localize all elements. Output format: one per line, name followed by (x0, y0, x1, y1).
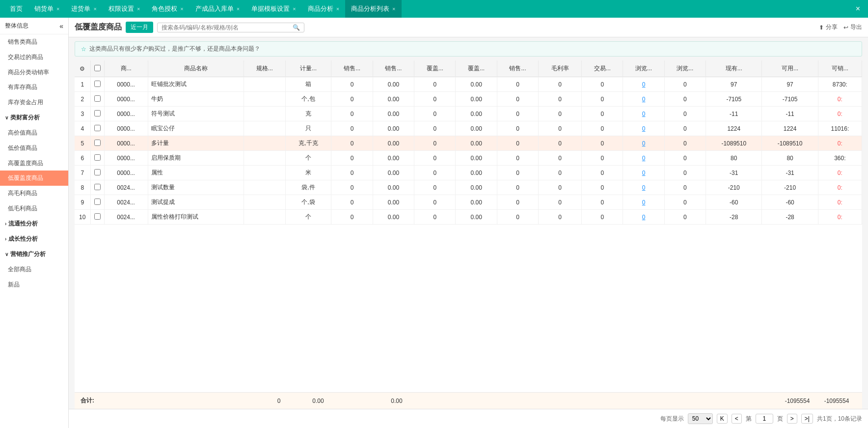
row-sales-qty: 0 (331, 151, 373, 166)
col-name[interactable]: 商品名称 (148, 60, 244, 77)
nav-template-close[interactable]: × (293, 6, 296, 12)
row-browse1[interactable]: 0 (623, 195, 664, 210)
row-browse1[interactable]: 0 (623, 107, 664, 121)
sidebar-group-growth[interactable]: › 成长性分析 (0, 231, 68, 247)
nav-finished-goods[interactable]: 产成品入库单 × (190, 0, 245, 18)
nav-goods-analysis-close[interactable]: × (336, 6, 339, 12)
sidebar-item-sales-goods[interactable]: 销售类商品 (0, 34, 68, 50)
col-current[interactable]: 现有... (706, 60, 762, 77)
sidebar-item-low-coverage[interactable]: 低覆盖度商品 (0, 171, 68, 186)
search-input[interactable] (162, 24, 293, 31)
col-settings[interactable]: ⚙ (75, 60, 90, 77)
sidebar-item-category-turnover[interactable]: 商品分类动销率 (0, 65, 68, 80)
nav-goods-analysis-list[interactable]: 商品分析列表 × (345, 0, 401, 18)
sidebar-item-high-value[interactable]: 高价值商品 (0, 125, 68, 141)
row-sales-qty: 0 (331, 210, 373, 225)
sidebar-item-low-margin[interactable]: 低毛利商品 (0, 201, 68, 216)
nav-close-all[interactable]: × (852, 4, 864, 13)
sidebar-item-low-value[interactable]: 低价值商品 (0, 141, 68, 156)
nav-purchase-close[interactable]: × (93, 6, 96, 12)
nav-goods-analysis[interactable]: 商品分析 × (302, 0, 345, 18)
row-sales3: 0 (497, 195, 538, 210)
row-browse1[interactable]: 0 (623, 166, 664, 180)
col-trans[interactable]: 交易... (582, 60, 623, 77)
row-checkbox[interactable] (94, 95, 101, 102)
col-spec[interactable]: 规格... (244, 60, 285, 77)
sidebar-group-wealth[interactable]: ∨ 类财富分析 (0, 110, 68, 125)
row-browse1[interactable]: 0 (623, 210, 664, 225)
row-trans: 0 (582, 151, 623, 166)
sidebar-group-flow[interactable]: › 流通性分析 (0, 216, 68, 231)
col-browse2[interactable]: 浏览... (664, 60, 705, 77)
sidebar-item-new-goods[interactable]: 新品 (0, 277, 68, 292)
col-saleable[interactable]: 可销... (818, 60, 862, 77)
row-checkbox-cell (90, 195, 104, 210)
export-icon: ↩ (843, 24, 848, 31)
nav-roles-close[interactable]: × (180, 6, 183, 12)
sidebar-item-inventory-capital[interactable]: 库存资金占用 (0, 95, 68, 110)
col-gross[interactable]: 毛利率 (539, 60, 582, 77)
nav-permissions[interactable]: 权限设置 × (103, 0, 146, 18)
sidebar-item-high-margin[interactable]: 高毛利商品 (0, 186, 68, 201)
nav-sales[interactable]: 销货单 × (28, 0, 65, 18)
page-number-input[interactable] (756, 414, 773, 424)
row-code: 0000... (104, 121, 148, 136)
nav-sales-close[interactable]: × (56, 6, 59, 12)
col-code[interactable]: 商... (104, 60, 148, 77)
col-available[interactable]: 可用... (762, 60, 818, 77)
next-page-button[interactable]: > (787, 414, 797, 424)
row-browse1[interactable]: 0 (623, 180, 664, 195)
col-sales3[interactable]: 销售... (497, 60, 538, 77)
sidebar-item-in-stock[interactable]: 有库存商品 (0, 80, 68, 95)
col-coverage1[interactable]: 覆盖... (414, 60, 456, 77)
page-title: 低覆盖度商品 (75, 22, 122, 32)
nav-permissions-close[interactable]: × (137, 6, 140, 12)
row-sales-amt: 0.00 (373, 92, 414, 107)
nav-roles[interactable]: 角色授权 × (146, 0, 189, 18)
row-sales-qty: 0 (331, 92, 373, 107)
row-unit: 克 (285, 107, 331, 121)
row-checkbox[interactable] (94, 213, 101, 220)
row-checkbox[interactable] (94, 125, 101, 131)
sidebar-collapse-icon[interactable]: « (59, 22, 63, 30)
row-checkbox[interactable] (94, 140, 101, 146)
nav-finished-close[interactable]: × (237, 6, 240, 12)
nav-purchase[interactable]: 进货单 × (65, 0, 102, 18)
nav-template[interactable]: 单据模板设置 × (245, 0, 301, 18)
row-checkbox[interactable] (94, 184, 101, 190)
row-sales-qty: 0 (331, 166, 373, 180)
row-browse1[interactable]: 0 (623, 121, 664, 136)
row-checkbox[interactable] (94, 154, 101, 161)
last-page-button[interactable]: >| (801, 414, 813, 424)
prev-page-button[interactable]: < (732, 414, 742, 424)
row-checkbox[interactable] (94, 199, 101, 205)
share-button[interactable]: ⬆ 分享 (819, 23, 838, 31)
export-button[interactable]: ↩ 导出 (843, 23, 862, 31)
first-page-button[interactable]: K (717, 414, 728, 424)
sidebar-item-high-coverage[interactable]: 高覆盖度商品 (0, 156, 68, 171)
row-checkbox[interactable] (94, 110, 101, 116)
nav-home[interactable]: 首页 (4, 0, 28, 18)
col-unit[interactable]: 计量... (285, 60, 331, 77)
row-cov2: 0.00 (456, 166, 497, 180)
col-coverage2[interactable]: 覆盖... (456, 60, 497, 77)
sidebar-item-traded-goods[interactable]: 交易过的商品 (0, 50, 68, 65)
row-browse1[interactable]: 0 (623, 151, 664, 166)
nav-goods-list-close[interactable]: × (392, 6, 395, 12)
period-button[interactable]: 近一月 (126, 22, 153, 33)
row-checkbox[interactable] (94, 169, 101, 175)
row-checkbox[interactable] (94, 81, 101, 87)
sidebar-group-marketing[interactable]: ∨ 营销推广分析 (0, 247, 68, 262)
row-browse1[interactable]: 0 (623, 136, 664, 151)
col-sales-amt[interactable]: 销售... (373, 60, 414, 77)
row-browse1[interactable]: 0 (623, 92, 664, 107)
col-browse1[interactable]: 浏览... (623, 60, 664, 77)
search-icon[interactable]: 🔍 (293, 24, 300, 31)
sidebar-item-all-goods[interactable]: 全部商品 (0, 262, 68, 277)
select-all-checkbox[interactable] (94, 65, 101, 71)
col-sales-qty[interactable]: 销售... (331, 60, 373, 77)
sidebar-header[interactable]: 整体信息 « (0, 18, 68, 34)
page-size-select[interactable]: 50 10 20 100 (688, 413, 713, 424)
table-footer: 合计: 0 0.00 0.00 -1095554 -1095554 (75, 392, 862, 409)
row-browse1[interactable]: 0 (623, 77, 664, 92)
